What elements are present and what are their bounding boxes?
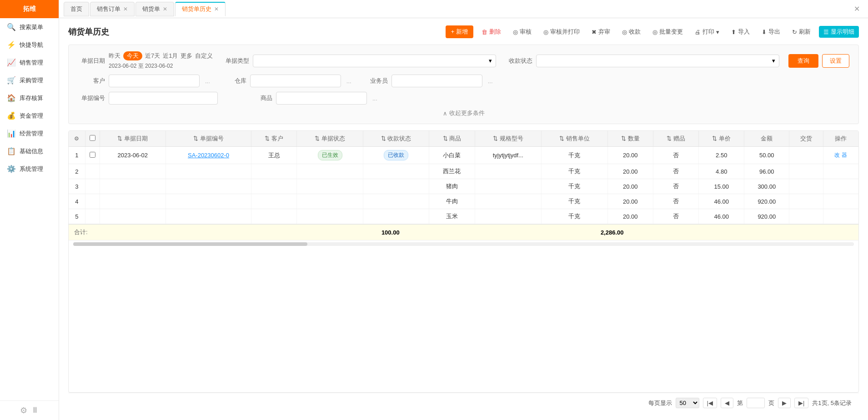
collect-button[interactable]: ◎ 收款 (618, 26, 644, 38)
doc-no-link[interactable]: SA-20230602-0 (188, 152, 229, 159)
col-amount[interactable]: 金额 (744, 131, 789, 147)
col-unit[interactable]: ⇅ 销售单位 (542, 131, 608, 147)
tab-sales-invoice-label: 销货单 (142, 5, 160, 13)
col-doc-date-label: ⇅ 单据日期 (117, 135, 148, 142)
batch-change-button[interactable]: ◎ 批量变更 (649, 26, 687, 38)
filter-goods: 商品 ... (245, 92, 377, 105)
row-checkbox[interactable] (85, 164, 100, 179)
delete-button[interactable]: 🗑 删除 (478, 26, 505, 38)
sidebar-item-system-mgmt[interactable]: ⚙️ 系统管理 (0, 160, 59, 178)
gear-header[interactable]: ⚙ (69, 131, 85, 147)
pause-icon[interactable]: ⏸ (31, 405, 39, 415)
next-page-btn[interactable]: ▶ (778, 398, 791, 408)
col-transaction[interactable]: 交货 (789, 131, 823, 147)
sidebar-item-basic-info[interactable]: 📋 基础信息 (0, 142, 59, 160)
new-button[interactable]: + 新增 (446, 25, 473, 38)
edit-action[interactable]: 改 (834, 152, 840, 158)
tab-sales-history[interactable]: 销货单历史 ✕ (175, 2, 226, 16)
sidebar-item-operation-mgmt[interactable]: 📊 经营管理 (0, 125, 59, 142)
abandon-button[interactable]: ✖ 弃审 (588, 26, 614, 38)
select-all-checkbox[interactable] (90, 135, 95, 141)
col-customer[interactable]: ⇅ 客户 (251, 131, 297, 147)
col-doc-date[interactable]: ⇅ 单据日期 (100, 131, 166, 147)
more-action[interactable]: 器 (842, 152, 847, 158)
row-doc-no[interactable] (166, 164, 251, 179)
audit-print-button[interactable]: ◎ 审核并打印 (540, 26, 583, 38)
first-page-btn[interactable]: |◀ (703, 398, 717, 408)
tab-sales-history-close[interactable]: ✕ (214, 6, 219, 12)
col-doc-status[interactable]: ⇅ 单据状态 (297, 131, 363, 147)
show-detail-button[interactable]: ☰ 显示明细 (819, 26, 859, 38)
salesman-input[interactable] (391, 75, 482, 87)
sidebar-item-finance-mgmt[interactable]: 💰 资金管理 (0, 107, 59, 125)
import-button[interactable]: ⬆ 导入 (728, 26, 753, 38)
customer-input[interactable] (109, 75, 200, 87)
page-number-input[interactable]: 1 (747, 398, 765, 408)
row-checkbox[interactable] (85, 147, 100, 164)
row-doc-no[interactable]: SA-20230602-0 (166, 147, 251, 164)
scrollbar-thumb (73, 242, 307, 246)
row-checkbox[interactable] (85, 194, 100, 209)
tab-sales-invoice[interactable]: 销货单 ✕ (135, 2, 174, 16)
shortcut-more[interactable]: 更多 (181, 52, 192, 60)
search-button[interactable]: 查询 (788, 54, 818, 68)
row-checkbox[interactable] (85, 209, 100, 224)
col-goods[interactable]: ⇅ 商品 (429, 131, 475, 147)
doc-date-label: 单据日期 (78, 57, 105, 65)
payment-status-select[interactable]: ▾ (536, 55, 779, 67)
horizontal-scrollbar[interactable] (69, 240, 858, 248)
payment-status-label: 收款状态 (505, 57, 532, 65)
shortcut-7days[interactable]: 近7天 (145, 52, 160, 60)
tab-sales-order[interactable]: 销售订单 ✕ (90, 2, 135, 16)
window-close-button[interactable]: ✕ (850, 5, 863, 13)
row-doc-no[interactable] (166, 209, 251, 224)
per-page-select[interactable]: 50 100 200 (676, 398, 699, 408)
collapse-button[interactable]: ∧ 收起更多条件 (78, 109, 849, 117)
row-transaction (789, 209, 823, 224)
checkbox-header[interactable] (85, 131, 100, 147)
quick-nav-icon: ⚡ (7, 40, 16, 49)
sidebar-item-quick-nav[interactable]: ⚡ 快捷导航 (0, 36, 59, 54)
shortcut-today[interactable]: 今天 (123, 51, 142, 60)
col-qty[interactable]: ⇅ 数量 (607, 131, 653, 147)
sidebar-item-inventory[interactable]: 🏠 库存核算 (0, 89, 59, 107)
shortcut-1month[interactable]: 近1月 (163, 52, 178, 60)
last-page-btn[interactable]: ▶| (794, 398, 808, 408)
shortcut-custom[interactable]: 自定义 (195, 52, 213, 60)
col-doc-no[interactable]: ⇅ 单据编号 (166, 131, 251, 147)
tab-sales-invoice-close[interactable]: ✕ (163, 6, 167, 12)
tab-sales-order-close[interactable]: ✕ (123, 6, 128, 12)
tab-home[interactable]: 首页 (64, 2, 89, 16)
warehouse-input[interactable] (250, 75, 341, 87)
sidebar-item-search-menu[interactable]: 🔍 搜索菜单 (0, 18, 59, 36)
col-gift[interactable]: ⇅ 赠品 (653, 131, 698, 147)
salesman-more-icon[interactable]: ... (488, 78, 493, 85)
doc-no-input[interactable] (109, 92, 218, 105)
doc-type-select[interactable]: ▾ (253, 55, 496, 67)
goods-input[interactable] (276, 92, 367, 105)
goods-more-icon[interactable]: ... (372, 95, 377, 102)
operation-mgmt-icon: 📊 (7, 129, 16, 138)
sidebar-item-sales-mgmt[interactable]: 📈 销售管理 (0, 54, 59, 71)
table-row: 3猪肉千克20.00否15.00300.00 (69, 179, 858, 194)
row-doc-no[interactable] (166, 179, 251, 194)
shortcut-yesterday[interactable]: 昨天 (109, 52, 120, 60)
print-button[interactable]: 🖨 打印 ▾ (691, 26, 723, 38)
settings-icon[interactable]: ⚙ (20, 405, 27, 415)
prev-page-btn[interactable]: ◀ (721, 398, 733, 408)
col-actions-label: 操作 (835, 135, 847, 142)
customer-more-icon[interactable]: ... (205, 78, 210, 85)
audit-button[interactable]: ◎ 审核 (509, 26, 535, 38)
row-customer (251, 164, 297, 179)
sidebar-item-purchase-mgmt[interactable]: 🛒 采购管理 (0, 71, 59, 89)
col-spec[interactable]: ⇅ 规格型号 (475, 131, 541, 147)
export-button[interactable]: ⬇ 导出 (758, 26, 784, 38)
data-table-wrap: ⚙ ⇅ 单据日期 ⇅ 单据编号 ⇅ 客户 ⇅ 单据状态 (68, 130, 859, 393)
row-doc-no[interactable] (166, 194, 251, 209)
set-button[interactable]: 设置 (822, 54, 849, 68)
row-checkbox[interactable] (85, 179, 100, 194)
col-payment-status[interactable]: ⇅ 收款状态 (363, 131, 429, 147)
col-unit-price[interactable]: ⇅ 单价 (699, 131, 744, 147)
refresh-button[interactable]: ↻ 刷新 (788, 26, 814, 38)
warehouse-more-icon[interactable]: ... (346, 78, 351, 85)
